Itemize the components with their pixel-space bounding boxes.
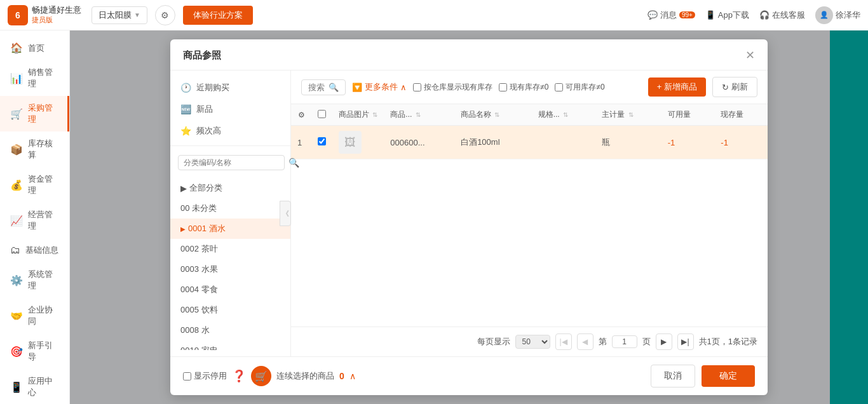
category-liquor[interactable]: ▶ 0001 酒水 bbox=[170, 219, 290, 239]
logo-icon: 6 bbox=[8, 5, 28, 25]
category-water[interactable]: 0008 水 bbox=[170, 320, 290, 340]
sidebar-label-operations: 经营管理 bbox=[28, 209, 59, 232]
row-checkbox bbox=[311, 126, 332, 159]
refresh-button[interactable]: ↻ 刷新 bbox=[712, 77, 757, 97]
confirm-button[interactable]: 确定 bbox=[702, 365, 755, 387]
select-all-checkbox[interactable] bbox=[318, 110, 326, 118]
settings-icon[interactable]: ⚙ bbox=[155, 5, 175, 25]
right-panel: 🔍 🔽 更多条件 ∧ 按仓库显示现有库存 bbox=[291, 71, 768, 356]
collapse-panel-button[interactable]: 《 bbox=[280, 201, 291, 226]
prev-page-button[interactable]: ◀ bbox=[577, 333, 593, 350]
modal-title: 商品参照 bbox=[183, 50, 221, 62]
trial-button[interactable]: 体验行业方案 bbox=[183, 6, 253, 25]
th-available[interactable]: 可用量 bbox=[661, 104, 715, 126]
th-unit[interactable]: 主计量 ⇅ bbox=[595, 104, 661, 126]
sidebar-label-inventory: 库存核算 bbox=[28, 138, 59, 161]
recent-buy-item[interactable]: 🕐 近期购买 bbox=[170, 77, 290, 98]
first-page-button[interactable]: |◀ bbox=[555, 333, 572, 350]
sidebar-item-system[interactable]: ⚙️ 系统管理 bbox=[0, 262, 69, 298]
collab-icon: 🤝 bbox=[10, 310, 23, 322]
category-search-input[interactable] bbox=[178, 155, 285, 170]
show-stock-checkbox[interactable] bbox=[413, 83, 421, 91]
sidebar-item-collab[interactable]: 🤝 企业协同 bbox=[0, 298, 69, 333]
total-pages-text: 共1页，1条记录 bbox=[699, 336, 757, 347]
th-stock[interactable]: 现存量 bbox=[714, 104, 768, 126]
sidebar-label-apps: 应用中心 bbox=[28, 375, 59, 398]
table-row[interactable]: 1 🖼 bbox=[291, 126, 768, 159]
row-name: 白酒100ml bbox=[454, 126, 532, 159]
inventory-icon: 📦 bbox=[10, 144, 23, 156]
category-snack[interactable]: 0004 零食 bbox=[170, 279, 290, 300]
row-available: -1 bbox=[661, 126, 715, 159]
cart-button[interactable]: 🛒 bbox=[251, 366, 271, 386]
product-search-input[interactable] bbox=[308, 83, 325, 92]
page-suffix: 页 bbox=[642, 336, 651, 347]
th-name[interactable]: 商品名称 ⇅ bbox=[454, 104, 532, 126]
pagination-bar: 每页显示 50 20 100 |◀ ◀ 第 页 ▶ bbox=[291, 327, 768, 356]
expand-icon: ▶ bbox=[180, 184, 187, 193]
collapse-footer-button[interactable]: ∧ bbox=[349, 371, 356, 381]
sidebar-item-sales[interactable]: 📊 销售管理 bbox=[0, 60, 69, 96]
th-code[interactable]: 商品... ⇅ bbox=[384, 104, 454, 126]
th-spec[interactable]: 规格... ⇅ bbox=[532, 104, 596, 126]
modal-footer: 显示停用 ❓ 🛒 连续选择的商品 0 ∧ 取消 确定 bbox=[170, 356, 768, 395]
category-appliance[interactable]: 0010 家电 bbox=[170, 340, 290, 350]
logo-sub: 捷员版 bbox=[32, 15, 81, 25]
modal-close-button[interactable]: ✕ bbox=[745, 48, 755, 62]
toolbar: 🔍 🔽 更多条件 ∧ 按仓库显示现有库存 bbox=[291, 71, 768, 104]
cancel-button[interactable]: 取消 bbox=[651, 365, 695, 387]
category-unclassified[interactable]: 00 未分类 bbox=[170, 198, 290, 219]
add-product-button[interactable]: + 新增商品 bbox=[648, 77, 706, 97]
filter-button[interactable]: 🔽 更多条件 ∧ bbox=[352, 81, 407, 93]
last-page-button[interactable]: ▶| bbox=[677, 333, 694, 350]
refresh-icon: ↻ bbox=[722, 83, 729, 92]
category-fruit[interactable]: 0003 水果 bbox=[170, 259, 290, 279]
selected-count: 0 bbox=[339, 371, 344, 381]
category-drink[interactable]: 0005 饮料 bbox=[170, 300, 290, 320]
category-tea[interactable]: 0002 茶叶 bbox=[170, 239, 290, 259]
category-all[interactable]: ▶ 全部分类 bbox=[170, 178, 290, 198]
footer-help-icon[interactable]: ❓ bbox=[232, 369, 246, 383]
sidebar-item-basic-info[interactable]: 🗂 基础信息 bbox=[0, 238, 69, 262]
page-size-select[interactable]: 50 20 100 bbox=[515, 335, 550, 349]
available-stock-checkbox[interactable] bbox=[555, 83, 563, 91]
message-icon: 💬 bbox=[648, 10, 658, 20]
page-number-input[interactable] bbox=[612, 335, 637, 348]
non-zero-stock-checkbox[interactable] bbox=[499, 83, 507, 91]
new-products-item[interactable]: 🆕 新品 bbox=[170, 98, 290, 120]
display-stopped-group: 显示停用 bbox=[183, 370, 227, 382]
sidebar-item-guide[interactable]: 🎯 新手引导 bbox=[0, 333, 69, 369]
footer-left: 显示停用 ❓ 🛒 连续选择的商品 0 ∧ bbox=[183, 366, 644, 386]
th-image[interactable]: 商品图片 ⇅ bbox=[332, 104, 384, 126]
next-page-button[interactable]: ▶ bbox=[656, 333, 672, 350]
sort-icon-spec: ⇅ bbox=[563, 111, 568, 118]
row-num: 1 bbox=[291, 126, 311, 159]
high-freq-item[interactable]: ⭐ 频次高 bbox=[170, 120, 290, 142]
table-settings-icon[interactable]: ⚙ bbox=[298, 111, 305, 119]
filter-icon: 🔽 bbox=[352, 83, 362, 92]
show-stock-label: 按仓库显示现有库存 bbox=[424, 82, 492, 93]
app-download-btn[interactable]: 📱 App下载 bbox=[705, 10, 749, 21]
category-search-icon[interactable]: 🔍 bbox=[288, 158, 299, 168]
sidebar-label-purchase: 采购管理 bbox=[28, 102, 57, 125]
sidebar: 🏠 首页 📊 销售管理 🛒 采购管理 📦 库存核算 💰 资金管理 📈 经营管理 … bbox=[0, 30, 70, 404]
online-service-btn[interactable]: 🎧 在线客服 bbox=[759, 10, 805, 21]
store-selector[interactable]: 日太阳膜 ▼ bbox=[92, 6, 147, 24]
sort-icon: ⇅ bbox=[372, 111, 377, 118]
sidebar-item-finance[interactable]: 💰 资金管理 bbox=[0, 167, 69, 203]
image-icon: 🖼 bbox=[344, 136, 356, 149]
sidebar-label-system: 系统管理 bbox=[28, 269, 59, 292]
user-profile[interactable]: 👤 徐泽华 bbox=[815, 6, 860, 24]
new-icon: 🆕 bbox=[180, 104, 191, 114]
sidebar-item-home[interactable]: 🏠 首页 bbox=[0, 36, 69, 60]
sidebar-item-inventory[interactable]: 📦 库存核算 bbox=[0, 131, 69, 167]
avatar: 👤 bbox=[815, 6, 833, 24]
sort-icon-code: ⇅ bbox=[416, 111, 421, 118]
sidebar-item-purchase[interactable]: 🛒 采购管理 bbox=[0, 96, 69, 131]
search-icon[interactable]: 🔍 bbox=[329, 83, 339, 92]
display-stopped-checkbox[interactable] bbox=[183, 372, 191, 380]
row-select-checkbox[interactable] bbox=[318, 137, 326, 145]
sidebar-item-operations[interactable]: 📈 经营管理 bbox=[0, 203, 69, 238]
messages-btn[interactable]: 💬 消息 99+ bbox=[648, 10, 695, 21]
sidebar-item-apps[interactable]: 📱 应用中心 bbox=[0, 369, 69, 404]
